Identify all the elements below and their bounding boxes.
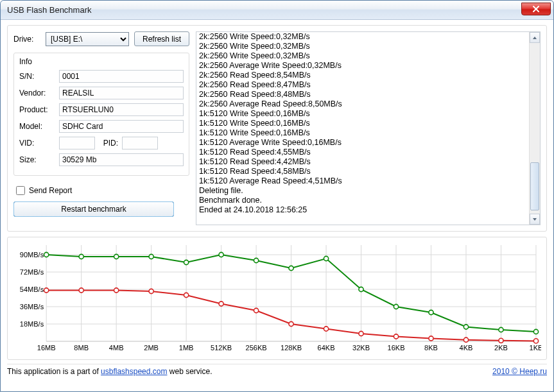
- data-point: [219, 302, 223, 306]
- scroll-track[interactable]: [530, 43, 540, 214]
- footer-link[interactable]: usbflashspeed.com: [101, 367, 167, 376]
- data-point: [533, 339, 538, 343]
- footer-suffix: web service.: [169, 367, 212, 376]
- log-scrollbar[interactable]: [529, 32, 540, 225]
- size-label: Size:: [19, 155, 55, 164]
- product-label: Product:: [19, 105, 55, 114]
- x-tick-label: 1KB: [530, 344, 541, 352]
- pid-label: PID:: [99, 139, 118, 148]
- data-point: [324, 256, 328, 260]
- chart-panel: 18MB/s36MB/s54MB/s72MB/s90MB/s16MB8MB4MB…: [7, 237, 547, 360]
- credit-link[interactable]: 2010 © Heep.ru: [492, 367, 547, 376]
- vendor-label: Vendor:: [19, 89, 55, 98]
- x-tick-label: 16KB: [388, 344, 405, 352]
- footer: This application is a part of usbflashsp…: [7, 364, 547, 376]
- log-lines: 2k:2560 Write Speed:0,32MB/s 2k:2560 Wri…: [199, 32, 528, 225]
- model-field[interactable]: [59, 120, 184, 133]
- data-point: [429, 336, 433, 341]
- data-point: [289, 321, 293, 326]
- data-point: [184, 293, 189, 297]
- x-tick-label: 2MB: [144, 344, 159, 352]
- data-point: [254, 258, 258, 262]
- scroll-down-icon[interactable]: [530, 214, 540, 225]
- top-panel: Drive: [USB] E:\ Refresh list Info S/N: …: [7, 25, 547, 232]
- vid-label: VID:: [19, 139, 55, 148]
- data-point: [533, 329, 538, 334]
- footer-prefix: This application is a part of: [7, 367, 101, 376]
- drive-select[interactable]: [USB] E:\: [46, 32, 129, 46]
- info-header: Info: [19, 57, 184, 66]
- y-tick-label: 90MB/s: [20, 251, 44, 259]
- data-point: [44, 252, 49, 257]
- data-point: [114, 254, 119, 259]
- refresh-button[interactable]: Refresh list: [134, 31, 189, 46]
- info-group: Info S/N: Vendor: Product: Model:: [13, 53, 189, 176]
- data-point: [254, 308, 258, 312]
- x-tick-label: 8MB: [74, 344, 89, 352]
- close-icon: [532, 5, 540, 13]
- x-tick-label: 4KB: [460, 344, 473, 352]
- window-title: USB Flash Benchmark: [7, 5, 521, 15]
- sn-label: S/N:: [19, 72, 55, 81]
- close-button[interactable]: [521, 3, 551, 15]
- scroll-thumb[interactable]: [530, 162, 539, 210]
- y-tick-label: 72MB/s: [20, 268, 44, 276]
- x-tick-label: 8KB: [424, 344, 438, 352]
- y-tick-label: 18MB/s: [20, 320, 44, 328]
- data-point: [324, 327, 328, 331]
- x-tick-label: 128KB: [281, 344, 302, 352]
- restart-button[interactable]: Restart benchmark: [13, 201, 174, 217]
- x-tick-label: 256KB: [246, 344, 267, 352]
- pid-field[interactable]: [122, 137, 158, 149]
- data-point: [149, 289, 153, 293]
- x-tick-label: 32KB: [352, 344, 370, 352]
- x-tick-label: 2KB: [494, 344, 508, 352]
- data-point: [394, 304, 398, 309]
- y-tick-label: 54MB/s: [20, 285, 44, 293]
- y-tick-label: 36MB/s: [20, 303, 44, 311]
- send-report-checkbox[interactable]: [16, 186, 25, 195]
- model-label: Model:: [19, 122, 55, 131]
- data-point: [79, 288, 83, 293]
- data-point: [114, 288, 119, 293]
- send-report-label: Send Report: [29, 186, 72, 195]
- data-point: [289, 266, 293, 270]
- speed-chart: 18MB/s36MB/s54MB/s72MB/s90MB/s16MB8MB4MB…: [13, 241, 541, 355]
- drive-label: Drive:: [13, 35, 40, 44]
- data-point: [79, 254, 83, 259]
- data-point: [219, 252, 223, 257]
- titlebar: USB Flash Benchmark: [1, 1, 553, 20]
- log-output: 2k:2560 Write Speed:0,32MB/s 2k:2560 Wri…: [196, 31, 541, 225]
- scroll-up-icon[interactable]: [530, 32, 540, 43]
- data-point: [499, 338, 503, 343]
- vid-field[interactable]: [59, 137, 95, 149]
- data-point: [184, 260, 189, 264]
- data-point: [44, 288, 49, 293]
- controls-column: Drive: [USB] E:\ Refresh list Info S/N: …: [13, 31, 189, 225]
- x-tick-label: 16MB: [37, 344, 56, 352]
- data-point: [359, 287, 363, 291]
- product-field[interactable]: [59, 103, 184, 116]
- x-tick-label: 512KB: [211, 344, 232, 352]
- size-field[interactable]: [59, 153, 184, 166]
- data-point: [463, 325, 468, 329]
- data-point: [394, 334, 398, 339]
- x-tick-label: 64KB: [318, 344, 335, 352]
- data-point: [463, 337, 468, 342]
- sn-field[interactable]: [59, 70, 184, 83]
- data-point: [149, 254, 153, 259]
- x-tick-label: 1MB: [179, 344, 194, 352]
- x-tick-label: 4MB: [109, 344, 124, 352]
- data-point: [499, 327, 503, 332]
- data-point: [429, 310, 433, 314]
- data-point: [359, 331, 363, 336]
- vendor-field[interactable]: [59, 87, 184, 99]
